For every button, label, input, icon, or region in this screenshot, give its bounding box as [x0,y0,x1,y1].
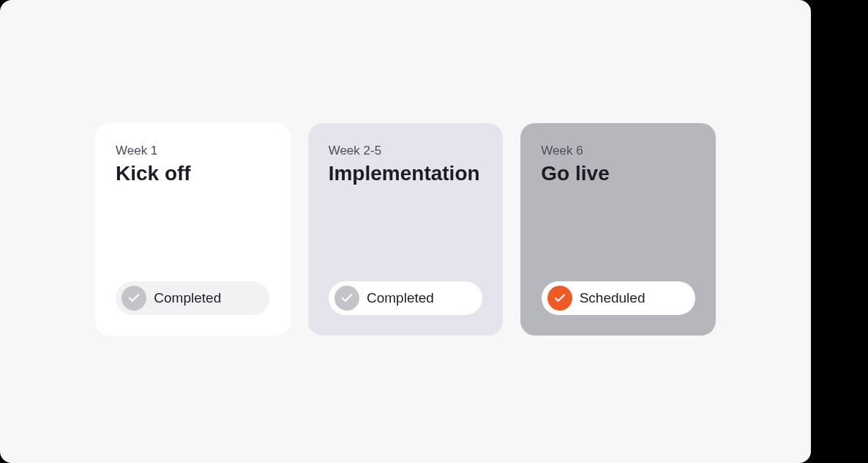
check-icon [547,286,572,311]
card-title: Kick off [116,161,270,186]
card-week-label: Week 2-5 [329,144,483,158]
check-icon [121,286,146,311]
timeline-card-implementation[interactable]: Week 2-5 Implementation Completed [308,123,504,336]
status-badge: Completed [116,281,269,315]
card-title: Go live [541,161,695,186]
timeline-card-golive[interactable]: Week 6 Go live Scheduled [520,123,716,336]
card-spacer [116,186,270,281]
status-badge: Completed [329,281,482,315]
timeline-cards-row: Week 1 Kick off Completed Week 2-5 Imple… [95,123,716,336]
card-title: Implementation [329,161,483,186]
check-icon [334,286,359,311]
status-badge: Scheduled [542,281,695,315]
timeline-panel: Week 1 Kick off Completed Week 2-5 Imple… [0,0,811,463]
card-spacer [541,186,695,281]
card-week-label: Week 6 [541,144,695,158]
timeline-card-kickoff[interactable]: Week 1 Kick off Completed [95,123,291,336]
card-week-label: Week 1 [116,144,270,158]
status-label: Completed [367,290,434,306]
status-label: Scheduled [580,290,646,306]
card-spacer [329,186,483,281]
status-label: Completed [154,290,221,306]
